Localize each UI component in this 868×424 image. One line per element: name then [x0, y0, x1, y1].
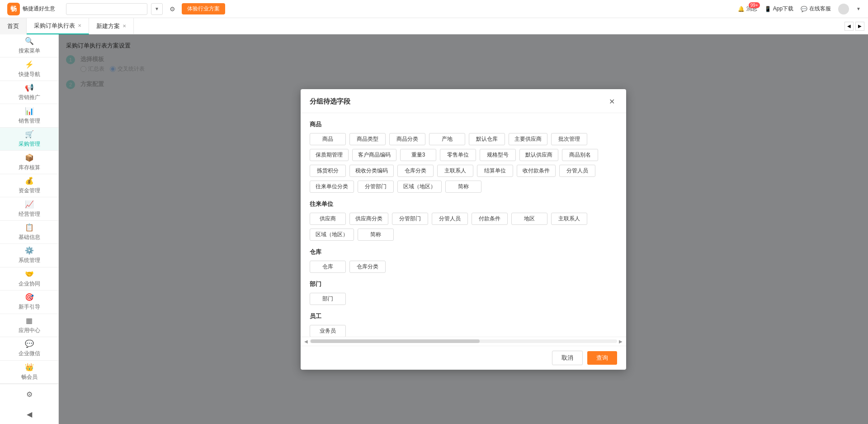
section-partner: 往来单位 供应商 供应商分类 分管部门 分管人员 付款条件 地区 主联系人 区域…: [310, 200, 617, 241]
sidebar-item-sales[interactable]: 📊 销售管理: [0, 104, 58, 127]
tab-home[interactable]: 首页: [0, 18, 27, 34]
tag-product-alias[interactable]: 商品别名: [562, 149, 598, 161]
tag-customer-code[interactable]: 客户商品编码: [352, 149, 396, 161]
tag-batch-mgmt[interactable]: 批次管理: [551, 133, 587, 145]
section-employee: 员工 业务员: [310, 312, 617, 337]
settings-gear-icon[interactable]: ⚙: [166, 3, 178, 15]
tab-nav-right: ◀ ▶: [844, 22, 868, 31]
modal-dialog: 分组待选字段 ✕ 商品 商品 商品类型 商品分类 产地 默认仓库: [301, 89, 626, 370]
tag-supervisor[interactable]: 分管人员: [559, 165, 595, 177]
app-download-item[interactable]: 📱 App下载: [764, 5, 793, 13]
tag-main-contact[interactable]: 主联系人: [437, 165, 473, 177]
tab-purchase-list[interactable]: 采购订单执行表 ✕: [27, 18, 89, 34]
tag-pick-points[interactable]: 拣货积分: [310, 165, 346, 177]
sidebar-item-system[interactable]: ⚙️ 系统管理: [0, 244, 58, 267]
megaphone-icon: 📢: [25, 83, 34, 92]
tag-supplier[interactable]: 供应商: [310, 213, 346, 225]
tag-default-supplier[interactable]: 默认供应商: [519, 149, 558, 161]
tab-bar: 首页 采购订单执行表 ✕ 新建方案 ✕ ◀ ▶: [0, 18, 868, 34]
chart-icon: 📊: [25, 107, 34, 115]
tab-nav-right-btn[interactable]: ▶: [855, 22, 864, 31]
tag-salesperson[interactable]: 业务员: [310, 325, 346, 337]
scroll-left-arrow[interactable]: ◀: [304, 339, 308, 344]
box-icon: 📦: [25, 153, 34, 162]
tag-region-product[interactable]: 区域（地区）: [397, 181, 442, 193]
sidebar-item-quick-nav[interactable]: ⚡ 快捷导航: [0, 57, 58, 81]
tag-shelf-life[interactable]: 保质期管理: [310, 149, 349, 161]
section-product-title: 商品: [310, 120, 617, 129]
avatar[interactable]: [838, 4, 849, 14]
sidebar-item-marketing[interactable]: 📢 营销推广: [0, 81, 58, 104]
sidebar-item-purchase[interactable]: 🛒 采购管理: [0, 128, 58, 151]
trend-icon: 📈: [25, 200, 34, 209]
tag-partner-dept[interactable]: 分管部门: [392, 213, 428, 225]
content-area: 采购订单执行表方案设置 1 选择模板 汇总表 交叉统计表: [59, 34, 868, 424]
sidebar-item-operations[interactable]: 📈 经营管理: [0, 197, 58, 220]
tab-new-plan[interactable]: 新建方案 ✕: [89, 18, 134, 34]
search-input[interactable]: [66, 3, 147, 15]
tag-supplier-category[interactable]: 供应商分类: [349, 213, 388, 225]
modal-close-btn[interactable]: ✕: [606, 96, 617, 107]
service-icon: 💬: [801, 6, 807, 12]
modal-overlay: 分组待选字段 ✕ 商品 商品 商品类型 商品分类 产地 默认仓库: [59, 34, 868, 424]
tag-retail-unit[interactable]: 零售单位: [440, 149, 476, 161]
notification-item[interactable]: 🔔 消息 99+: [738, 5, 757, 13]
tag-partner-contact[interactable]: 主联系人: [551, 213, 587, 225]
tag-partner-supervisor[interactable]: 分管人员: [432, 213, 468, 225]
tag-product-type[interactable]: 商品类型: [349, 133, 386, 145]
partner-field-tags: 供应商 供应商分类 分管部门 分管人员 付款条件 地区 主联系人 区域（地区） …: [310, 213, 617, 241]
search-icon: 🔍: [25, 37, 34, 45]
sidebar-item-basics[interactable]: 📋 基础信息: [0, 221, 58, 244]
tag-spec-model[interactable]: 规格型号: [480, 149, 516, 161]
online-service-item[interactable]: 💬 在线客服: [801, 5, 831, 13]
tag-product-category[interactable]: 商品分类: [389, 133, 425, 145]
tag-dept[interactable]: 分管部门: [358, 181, 394, 193]
tag-weight3[interactable]: 重量3: [400, 149, 436, 161]
tab-nav-left-btn[interactable]: ◀: [844, 22, 854, 31]
modal-body[interactable]: 商品 商品 商品类型 商品分类 产地 默认仓库 主要供应商 批次管理 保质期管理…: [301, 113, 626, 337]
sidebar-item-collab[interactable]: 🤝 企业协同: [0, 267, 58, 291]
sidebar-item-inventory[interactable]: 📦 库存核算: [0, 151, 58, 174]
tag-payment-condition[interactable]: 付款条件: [472, 213, 508, 225]
sidebar-item-apps[interactable]: ▦ 应用中心: [0, 314, 58, 337]
scroll-right-arrow[interactable]: ▶: [619, 339, 623, 344]
user-chevron-icon[interactable]: ▼: [856, 6, 861, 11]
tag-short-name[interactable]: 简称: [445, 181, 481, 193]
sidebar-item-member[interactable]: 👑 畅会员: [0, 361, 58, 384]
tag-partner-short[interactable]: 简称: [358, 229, 394, 241]
tag-product[interactable]: 商品: [310, 133, 346, 145]
info-icon: 📋: [25, 223, 34, 232]
modal-confirm-btn[interactable]: 查询: [587, 351, 617, 365]
tag-main-supplier[interactable]: 主要供应商: [509, 133, 547, 145]
horizontal-scrollbar[interactable]: [310, 339, 617, 343]
tag-default-warehouse[interactable]: 默认仓库: [469, 133, 505, 145]
tag-settlement-unit[interactable]: 结算单位: [477, 165, 513, 177]
tab-close-purchase[interactable]: ✕: [78, 23, 81, 28]
tag-warehouse[interactable]: 仓库: [310, 261, 346, 273]
sidebar-collapse-btn[interactable]: ◀: [0, 404, 58, 424]
tag-department[interactable]: 部门: [310, 293, 346, 305]
sidebar-bottom: ⚙ ◀: [0, 384, 58, 424]
tag-area[interactable]: 地区: [511, 213, 547, 225]
bell-icon: 🔔: [738, 6, 745, 12]
tag-tax-code[interactable]: 税收分类编码: [349, 165, 394, 177]
modal-cancel-btn[interactable]: 取消: [552, 351, 583, 365]
sidebar-settings-btn[interactable]: ⚙: [0, 384, 58, 404]
sidebar-item-weixin[interactable]: 💬 企业微信: [0, 337, 58, 360]
tag-region-partner[interactable]: 区域（地区）: [310, 229, 354, 241]
money-icon: 💰: [25, 176, 34, 185]
tab-close-new-plan[interactable]: ✕: [123, 24, 126, 29]
experience-btn[interactable]: 体验行业方案: [182, 3, 225, 14]
sidebar-item-finance[interactable]: 💰 资金管理: [0, 174, 58, 197]
section-warehouse-title: 仓库: [310, 248, 617, 256]
tag-warehouse-category[interactable]: 仓库分类: [397, 165, 434, 177]
tag-payment-terms[interactable]: 收付款条件: [517, 165, 556, 177]
tag-origin[interactable]: 产地: [429, 133, 465, 145]
tag-partner-category[interactable]: 往来单位分类: [310, 181, 354, 193]
warehouse-field-tags: 仓库 仓库分类: [310, 261, 617, 273]
sidebar-item-search[interactable]: 🔍 搜索菜单: [0, 34, 58, 57]
tag-warehouse-cat[interactable]: 仓库分类: [349, 261, 386, 273]
dropdown-btn[interactable]: ▼: [151, 3, 163, 15]
header-center: ▼ ⚙ 体验行业方案: [66, 3, 738, 15]
sidebar-item-newbie[interactable]: 🎯 新手引导: [0, 291, 58, 314]
